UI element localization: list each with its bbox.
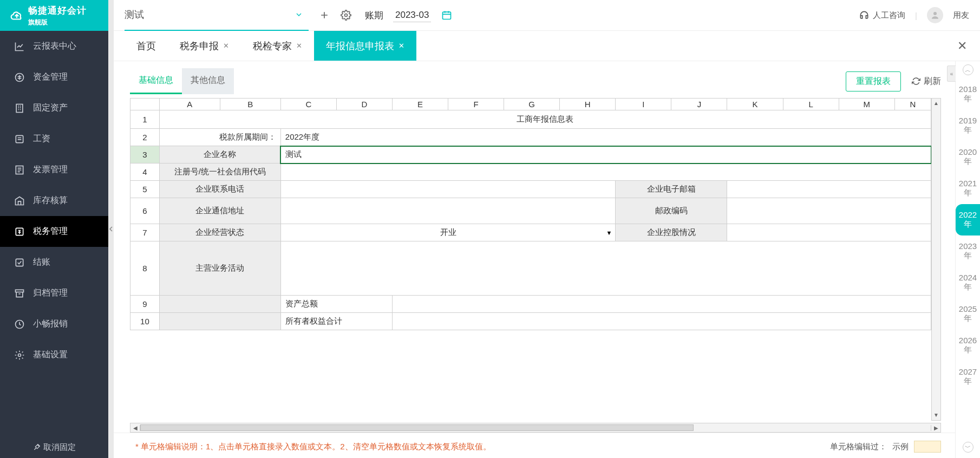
support-button[interactable]: 人工咨询 — [859, 10, 905, 21]
col-header[interactable]: A — [159, 99, 220, 110]
settings-button[interactable] — [340, 9, 352, 21]
col-header[interactable]: K — [727, 99, 783, 110]
close-all-tabs[interactable]: ✕ — [949, 31, 976, 61]
year-item[interactable]: 2024年 — [956, 267, 980, 298]
postcode-input[interactable] — [727, 198, 931, 224]
vertical-scrollbar[interactable]: ▲ ▼ — [931, 98, 941, 421]
rail-up[interactable]: ︿ — [963, 64, 974, 75]
sidebar-item-inventory[interactable]: 库存核算 — [0, 185, 108, 216]
corner-cell[interactable] — [130, 99, 160, 110]
col-header[interactable]: H — [560, 99, 616, 110]
close-icon[interactable]: ✕ — [223, 42, 229, 50]
year-item[interactable]: 2020年 — [956, 141, 980, 173]
row-header[interactable]: 10 — [130, 313, 160, 330]
scroll-up-icon[interactable]: ▲ — [932, 99, 940, 108]
company-name-input[interactable]: 测试 — [280, 146, 931, 163]
reg-no-label[interactable]: 注册号/统一社会信用代码 — [159, 163, 280, 181]
col-header[interactable]: N — [894, 99, 931, 110]
tab-tax-declare[interactable]: 税务申报✕ — [168, 31, 241, 61]
main-biz-input[interactable] — [280, 241, 931, 296]
phone-input[interactable] — [280, 181, 615, 198]
tab-tax-check[interactable]: 税检专家✕ — [241, 31, 314, 61]
holding-input[interactable] — [727, 224, 931, 241]
close-icon[interactable]: ✕ — [296, 42, 302, 50]
col-header[interactable]: B — [220, 99, 280, 110]
spreadsheet[interactable]: A B C D E F G H I J — [130, 98, 931, 421]
subtab-other[interactable]: 其他信息 — [182, 68, 234, 94]
row-header[interactable]: 2 — [130, 129, 160, 146]
avatar[interactable] — [927, 7, 943, 23]
sidebar-item-archive[interactable]: 归档管理 — [0, 278, 108, 309]
org-selector[interactable]: 测试 — [125, 0, 309, 31]
postcode-label[interactable]: 邮政编码 — [616, 198, 727, 224]
year-item[interactable]: 2018年 — [956, 78, 980, 110]
col-header[interactable]: E — [393, 99, 448, 110]
col-header[interactable]: C — [280, 99, 336, 110]
row-header[interactable]: 4 — [130, 163, 160, 181]
reg-no-input[interactable] — [280, 163, 931, 181]
sidebar-item-closing[interactable]: 结账 — [0, 247, 108, 278]
scroll-thumb[interactable] — [140, 424, 694, 431]
equity-input[interactable] — [393, 313, 931, 330]
tab-home[interactable]: 首页 — [125, 31, 168, 61]
email-input[interactable] — [727, 181, 931, 198]
subtab-basic[interactable]: 基础信息 — [130, 68, 182, 94]
row-header[interactable]: 6 — [130, 198, 160, 224]
phone-label[interactable]: 企业联系电话 — [159, 181, 280, 198]
refresh-button[interactable]: 刷新 — [912, 76, 941, 87]
row-header[interactable]: 9 — [130, 296, 160, 313]
row-header[interactable]: 1 — [130, 110, 160, 129]
row-header[interactable]: 7 — [130, 224, 160, 241]
scroll-right-icon[interactable]: ▶ — [931, 425, 940, 431]
close-icon[interactable]: ✕ — [398, 42, 404, 50]
add-button[interactable] — [318, 9, 330, 21]
sidebar-item-fixed-assets[interactable]: 固定资产 — [0, 93, 108, 123]
sidebar-item-reimburse[interactable]: 小畅报销 — [0, 309, 108, 339]
col-header[interactable]: L — [783, 99, 839, 110]
sheet-title[interactable]: 工商年报信息表 — [159, 110, 931, 129]
sidebar-item-invoice[interactable]: 发票管理 — [0, 154, 108, 185]
year-item[interactable]: 2021年 — [956, 173, 980, 204]
unpin-button[interactable]: 取消固定 — [0, 436, 108, 458]
row-header[interactable]: 3 — [130, 146, 160, 163]
sidebar-item-settings[interactable]: 基础设置 — [0, 339, 108, 370]
year-item[interactable]: 2026年 — [956, 330, 980, 361]
horizontal-scrollbar[interactable]: ◀ ▶ — [130, 423, 941, 433]
col-header[interactable]: F — [448, 99, 504, 110]
address-input[interactable] — [280, 198, 615, 224]
col-header[interactable]: D — [336, 99, 392, 110]
sidebar-item-funds[interactable]: 资金管理 — [0, 62, 108, 93]
cell[interactable] — [159, 296, 280, 313]
email-label[interactable]: 企业电子邮箱 — [616, 181, 727, 198]
year-item[interactable]: 2019年 — [956, 110, 980, 141]
col-header[interactable]: G — [504, 99, 560, 110]
user-name[interactable]: 用友 — [953, 10, 969, 21]
col-header[interactable]: M — [839, 99, 894, 110]
assets-input[interactable] — [393, 296, 931, 313]
year-item[interactable]: 2022年 — [956, 204, 980, 235]
reset-button[interactable]: 重置报表 — [846, 71, 901, 91]
period-label-cell[interactable]: 税款所属期间： — [159, 129, 280, 146]
tab-annual-report[interactable]: 年报信息申报表✕ — [314, 31, 416, 61]
calendar-button[interactable] — [441, 9, 453, 21]
col-header[interactable]: J — [671, 99, 727, 110]
period-value[interactable]: 2023-03 — [393, 9, 431, 22]
cell[interactable] — [159, 313, 280, 330]
company-name-label[interactable]: 企业名称 — [159, 146, 280, 163]
sidebar-item-salary[interactable]: 工资 — [0, 123, 108, 154]
row-header[interactable]: 5 — [130, 181, 160, 198]
assets-label[interactable]: 资产总额 — [280, 296, 392, 313]
status-label[interactable]: 企业经营状态 — [159, 224, 280, 241]
rail-down[interactable]: ﹀ — [963, 442, 974, 453]
rail-collapse[interactable]: « — [947, 66, 956, 82]
sidebar-item-tax[interactable]: 税务管理 — [0, 216, 108, 247]
equity-label[interactable]: 所有者权益合计 — [280, 313, 392, 330]
scroll-down-icon[interactable]: ▼ — [932, 410, 940, 420]
year-item[interactable]: 2027年 — [956, 361, 980, 392]
year-item[interactable]: 2025年 — [956, 298, 980, 330]
col-header[interactable]: I — [616, 99, 671, 110]
scroll-left-icon[interactable]: ◀ — [130, 425, 140, 431]
period-value-cell[interactable]: 2022年度 — [280, 129, 931, 146]
sidebar-item-report-center[interactable]: 云报表中心 — [0, 31, 108, 62]
holding-label[interactable]: 企业控股情况 — [616, 224, 727, 241]
